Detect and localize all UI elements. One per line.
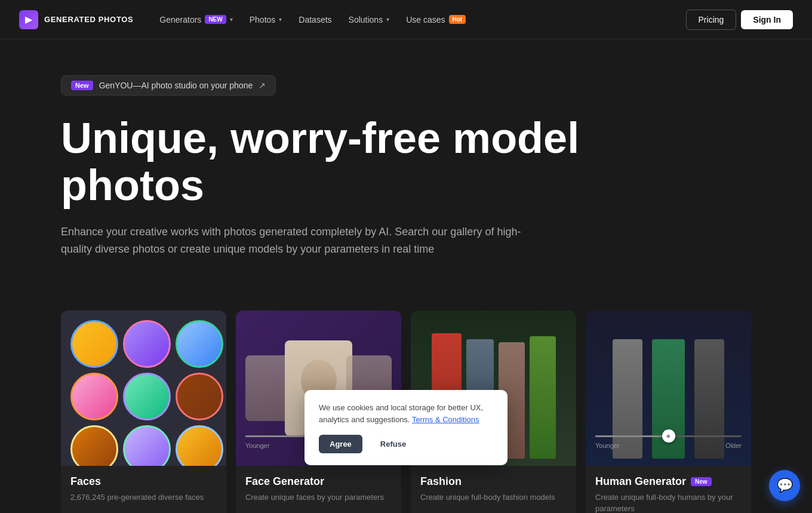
signin-button[interactable]: Sign In [741, 10, 793, 29]
face-circle [70, 320, 118, 368]
human-gen-image: ⊕ Younger Older [586, 311, 751, 466]
face-circle [176, 320, 223, 368]
hero-section: New GenYOU—AI photo studio on your phone… [0, 39, 812, 311]
chevron-down-icon: ▾ [230, 16, 233, 23]
nav-item-datasets[interactable]: Datasets [291, 10, 339, 29]
logo-icon: ▶ [19, 10, 38, 29]
cookie-refuse-button[interactable]: Refuse [370, 435, 417, 453]
face-circle [176, 373, 223, 420]
faces-grid [61, 311, 226, 466]
card-info: Face Generator Create unique faces by yo… [236, 466, 401, 513]
card-info: Faces 2,676,245 pre-generated diverse fa… [61, 466, 226, 513]
card-desc: 2,676,245 pre-generated diverse faces [70, 492, 217, 503]
navbar: ▶ GENERATED PHOTOS Generators New ▾ Phot… [0, 0, 812, 39]
cookie-terms-link[interactable]: Terms & Conditions [412, 415, 479, 424]
card-title: Fashion [420, 475, 567, 488]
nav-item-solutions[interactable]: Solutions ▾ [342, 10, 397, 29]
slider-thumb[interactable]: ⊕ [662, 429, 675, 443]
slider-fill [595, 435, 669, 437]
nav-solutions-label: Solutions [349, 15, 383, 24]
hero-subtitle: Enhance your creative works with photos … [61, 223, 527, 258]
age-slider-human[interactable]: ⊕ Younger Older [595, 435, 742, 449]
face-circle [70, 425, 118, 466]
face-circle [123, 373, 171, 420]
faces-image [61, 311, 226, 466]
brand-name: GENERATED PHOTOS [44, 15, 133, 24]
slider-labels: Younger Older [595, 442, 742, 449]
nav-photos-label: Photos [250, 15, 276, 24]
chat-bubble[interactable]: 💬 [769, 470, 800, 501]
nav-right: Pricing Sign In [686, 10, 793, 30]
announcement-text: GenYOU—AI photo studio on your phone [99, 81, 253, 90]
card-desc: Create unique full-body humans by your p… [595, 492, 742, 513]
chevron-down-icon: ▾ [279, 16, 282, 23]
cookie-buttons: Agree Refuse [319, 435, 493, 453]
nav-items: Generators New ▾ Photos ▾ Datasets Solut… [152, 10, 473, 29]
card-info: Fashion Create unique full-body fashion … [411, 466, 576, 513]
external-link-icon: ↗ [259, 81, 266, 90]
card-desc: Create unique faces by your parameters [245, 492, 392, 503]
fashion-figure [530, 336, 556, 459]
announcement-badge: New [71, 81, 93, 90]
face-circle [176, 425, 223, 466]
face-circle [123, 320, 171, 368]
face-circle [123, 425, 171, 466]
slider-label-older: Older [725, 442, 742, 449]
hero-title: Unique, worry-free model photos [61, 115, 598, 209]
slider-fill [245, 435, 311, 437]
chat-icon: 💬 [777, 478, 793, 493]
cookie-agree-button[interactable]: Agree [319, 435, 362, 453]
cookie-text: We use cookies and local storage for bet… [319, 402, 493, 425]
nav-generators-label: Generators [159, 15, 201, 24]
nav-usecases-label: Use cases [406, 15, 445, 24]
pricing-button[interactable]: Pricing [686, 10, 737, 30]
face-side-left [245, 355, 291, 421]
card-title: Faces [70, 475, 217, 488]
card-desc: Create unique full-body fashion models [420, 492, 567, 503]
slider-label-younger: Younger [595, 442, 620, 449]
announcement-bar[interactable]: New GenYOU—AI photo studio on your phone… [61, 75, 276, 96]
logo-symbol: ▶ [25, 14, 32, 25]
card-title: Face Generator [245, 475, 392, 488]
nav-datasets-label: Datasets [299, 15, 331, 24]
nav-hot-badge: Hot [449, 15, 466, 24]
nav-item-generators[interactable]: Generators New ▾ [152, 10, 239, 29]
cookie-banner: We use cookies and local storage for bet… [304, 390, 508, 465]
logo[interactable]: ▶ GENERATED PHOTOS [19, 10, 133, 29]
slider-track: ⊕ [595, 435, 742, 437]
card-faces[interactable]: Faces 2,676,245 pre-generated diverse fa… [61, 311, 226, 513]
nav-item-usecases[interactable]: Use cases Hot [399, 10, 473, 29]
slider-label-younger: Younger [245, 442, 270, 449]
chevron-down-icon: ▾ [386, 16, 389, 23]
card-human-generator[interactable]: ⊕ Younger Older Human Generator New Crea… [586, 311, 751, 513]
nav-left: ▶ GENERATED PHOTOS Generators New ▾ Phot… [19, 10, 473, 29]
card-title: Human Generator New [595, 475, 742, 488]
card-info: Human Generator New Create unique full-b… [586, 466, 751, 513]
nav-generators-badge: New [205, 15, 226, 24]
nav-item-photos[interactable]: Photos ▾ [242, 10, 290, 29]
card-new-badge: New [691, 477, 712, 486]
face-circle [70, 373, 118, 420]
